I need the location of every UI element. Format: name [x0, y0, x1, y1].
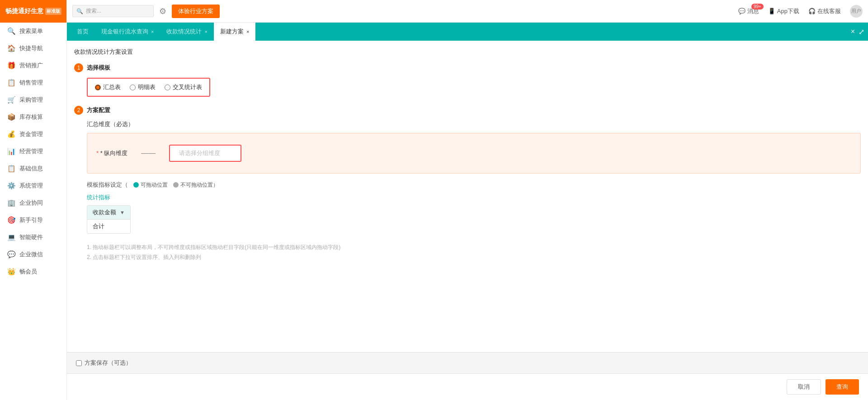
sidebar-icon-search-menu: 🔍 [7, 27, 16, 35]
radio-summary-input[interactable] [95, 85, 101, 90]
tab-close-receipt[interactable]: × [204, 29, 207, 34]
page-title: 收款情况统计方案设置 [74, 48, 861, 56]
service-label: 在线客服 [817, 7, 841, 15]
topbar-right: 💬 消息 99+ 📱 App下载 🎧 在线客服 用户 [738, 5, 863, 18]
non-draggable-tag: 不可拖动位置） [173, 181, 218, 189]
step2-number: 2 [74, 106, 83, 115]
required-star: * [96, 150, 99, 156]
sidebar-icon-basic-info: 📋 [7, 165, 16, 173]
dimension-selector[interactable]: 请选择分组维度 [169, 145, 241, 162]
sidebar-item-basic-info[interactable]: 📋基础信息 [0, 160, 66, 177]
sidebar-item-inventory[interactable]: 📦库存核算 [0, 108, 66, 126]
expand-window-button[interactable]: ⤢ [859, 28, 864, 36]
tab-cashflow[interactable]: 现金银行流水查询× [95, 23, 160, 41]
radio-detail[interactable]: 明细表 [130, 83, 156, 91]
sidebar-item-operations[interactable]: 📊经营管理 [0, 143, 66, 160]
user-avatar[interactable]: 用户 [850, 5, 863, 18]
main-area: 🔍 搜索... ⚙ 体验行业方案 💬 消息 99+ 📱 App下载 🎧 在线客服… [67, 0, 868, 400]
sidebar-item-member[interactable]: 👑畅会员 [0, 263, 66, 280]
indicator-col-header: 收款金额 [93, 208, 116, 216]
radio-summary[interactable]: 汇总表 [95, 83, 121, 91]
service-icon: 🎧 [808, 8, 816, 14]
footer-section: 方案保存（可选） [67, 352, 868, 373]
tabs-actions: × ⤢ [851, 28, 864, 36]
sidebar-label-purchase: 采购管理 [19, 96, 43, 104]
radio-cross-label: 交叉统计表 [173, 83, 202, 91]
service-item[interactable]: 🎧 在线客服 [808, 7, 841, 15]
radio-summary-label: 汇总表 [103, 83, 121, 91]
notification-item[interactable]: 💬 消息 99+ [738, 7, 759, 15]
indicator-settings: 模板指标设定（ 可拖动位置 不可拖动位置） 统计指标 收款 [87, 181, 861, 234]
save-checkbox[interactable] [76, 360, 82, 366]
industry-button[interactable]: 体验行业方案 [172, 5, 220, 18]
radio-detail-input[interactable] [130, 85, 136, 90]
save-option[interactable]: 方案保存（可选） [76, 359, 132, 367]
sidebar-item-quick-nav[interactable]: 🏠快捷导航 [0, 40, 66, 57]
sidebar-item-wechat[interactable]: 💬企业微信 [0, 246, 66, 263]
sidebar-label-inventory: 库存核算 [19, 113, 43, 121]
step1-section: 1 选择模板 汇总表 明细表 交叉统计表 [74, 63, 861, 97]
sidebar-item-enterprise[interactable]: 🏢企业协同 [0, 194, 66, 212]
tab-close-new-plan[interactable]: × [246, 29, 249, 34]
indicator-dropdown-icon[interactable]: ▼ [120, 210, 125, 215]
sidebar-icon-hardware: 💻 [7, 233, 16, 241]
tab-home[interactable]: 首页 [71, 23, 95, 41]
notification-badge: 99+ [751, 4, 764, 9]
sidebar-item-search-menu[interactable]: 🔍搜索菜单 [0, 23, 66, 40]
tips-section: 1. 拖动标题栏可以调整布局，不可跨维度或指标区域拖动栏目字段(只能在同一维度或… [87, 243, 861, 262]
sidebar-item-capital[interactable]: 💰资金管理 [0, 126, 66, 143]
search-box[interactable]: 🔍 搜索... [72, 5, 154, 17]
sidebar-item-system[interactable]: ⚙️系统管理 [0, 177, 66, 194]
app-logo: 畅捷通好生意 标准版 [0, 0, 66, 23]
sidebar-icon-wechat: 💬 [7, 250, 16, 259]
tab-close-cashflow[interactable]: × [151, 29, 154, 34]
close-window-button[interactable]: × [851, 28, 855, 36]
sidebar-item-sales[interactable]: 📋销售管理 [0, 74, 66, 91]
indicator-col-header-row: 收款金额 ▼ [87, 206, 130, 220]
search-icon: 🔍 [76, 8, 83, 14]
sidebar-label-quick-nav: 快捷导航 [19, 44, 43, 52]
sidebar-icon-capital: 💰 [7, 130, 16, 138]
download-item[interactable]: 📱 App下载 [768, 7, 799, 15]
tab-label-receipt: 收款情况统计 [166, 28, 202, 36]
cancel-button[interactable]: 取消 [787, 379, 821, 395]
query-button[interactable]: 查询 [826, 379, 859, 395]
tab-new-plan[interactable]: 新建方案× [214, 23, 255, 41]
sidebar-icon-inventory: 📦 [7, 113, 16, 121]
tab-bar: 首页现金银行流水查询×收款情况统计×新建方案× × ⤢ [67, 23, 868, 41]
sidebar-icon-operations: 📊 [7, 147, 16, 155]
sidebar-label-search-menu: 搜索菜单 [19, 27, 43, 35]
sidebar-label-sales: 销售管理 [19, 79, 43, 87]
sidebar-label-capital: 资金管理 [19, 130, 43, 138]
sidebar-item-hardware[interactable]: 💻智能硬件 [0, 229, 66, 246]
radio-cross[interactable]: 交叉统计表 [165, 83, 202, 91]
sidebar-item-guide[interactable]: 🎯新手引导 [0, 212, 66, 229]
tab-label-new-plan: 新建方案 [220, 28, 244, 36]
arrow-icon: —— [141, 149, 156, 157]
non-draggable-dot [173, 182, 179, 188]
template-selection-box: 汇总表 明细表 交叉统计表 [87, 78, 210, 97]
non-draggable-label: 不可拖动位置） [180, 181, 218, 189]
sidebar-item-purchase[interactable]: 🛒采购管理 [0, 91, 66, 108]
sidebar-label-system: 系统管理 [19, 182, 43, 190]
tab-receipt[interactable]: 收款情况统计× [160, 23, 213, 41]
sidebar-label-member: 畅会员 [19, 268, 37, 276]
radio-detail-label: 明细表 [138, 83, 156, 91]
sidebar-icon-quick-nav: 🏠 [7, 44, 16, 52]
sidebar-icon-guide: 🎯 [7, 216, 16, 224]
sidebar-label-wechat: 企业微信 [19, 250, 43, 259]
content-area: 收款情况统计方案设置 1 选择模板 汇总表 明细表 [67, 41, 868, 373]
indicator-settings-label: 模板指标设定（ [87, 181, 128, 189]
dimension-area: * * 纵向维度 —— 请选择分组维度 [87, 133, 861, 174]
step2-header: 2 方案配置 [74, 106, 861, 115]
draggable-dot [133, 182, 139, 188]
sidebar-icon-sales: 📋 [7, 79, 16, 87]
step1-number: 1 [74, 63, 83, 72]
vertical-label-text: * 纵向维度 [100, 150, 128, 156]
search-placeholder: 搜索... [86, 7, 101, 15]
radio-cross-input[interactable] [165, 85, 170, 90]
sidebar-icon-enterprise: 🏢 [7, 199, 16, 207]
sidebar-icon-member: 👑 [7, 268, 16, 276]
sidebar-item-marketing[interactable]: 🎁营销推广 [0, 57, 66, 74]
settings-icon[interactable]: ⚙ [159, 6, 166, 16]
